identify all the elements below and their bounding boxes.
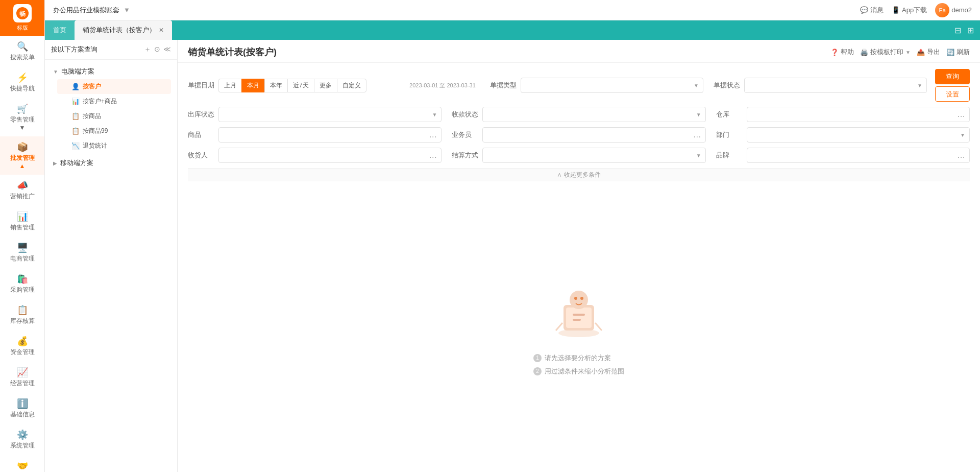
sidebar-item-marketing[interactable]: 📣 营销推广 — [0, 175, 44, 206]
goods-icon: 📋 — [71, 112, 80, 120]
outstatus-label: 出库状态 — [188, 110, 214, 119]
sidebar-item-system[interactable]: ⚙️ 系统管理 — [0, 424, 44, 455]
sidebar: 畅 标版 🔍 搜索菜单 ⚡ 快捷导航 🛒 零售管理 ▼ 📦 批发管理 ▲ 📣 营… — [0, 0, 45, 472]
docstatus-field: 单据状态 ▼ — [714, 78, 927, 93]
sidebar-item-label: 经营管理 — [10, 379, 35, 388]
query-row-3: 商品 … 业务员 … 部门 — [188, 127, 970, 143]
refresh-icon: 🔄 — [946, 49, 954, 56]
date-btn-custom[interactable]: 自定义 — [337, 79, 366, 92]
tip-item-1: 1 请先选择要分析的方案 — [533, 351, 624, 365]
user-menu[interactable]: Ea demo2 — [935, 3, 972, 17]
collapse-panel-icon[interactable]: ≪ — [163, 45, 171, 54]
brand-select[interactable]: … — [747, 148, 970, 163]
filter-item-label: 按商品 — [83, 112, 101, 121]
filter-item-return-stats[interactable]: 📉 退货统计 — [57, 138, 171, 153]
download-btn[interactable]: 📱 App下载 — [892, 6, 927, 15]
filter-item-by-customer-goods[interactable]: 📊 按客户+商品 — [57, 94, 171, 109]
sales-icon: 📊 — [17, 211, 28, 222]
query-buttons: 查询 设置 — [931, 69, 970, 102]
salesperson-select[interactable]: … — [482, 127, 705, 143]
filter-item-by-goods[interactable]: 📋 按商品 — [57, 109, 171, 124]
doctype-dropdown-arrow: ▼ — [694, 83, 699, 88]
user-name: demo2 — [951, 6, 972, 14]
customer-goods-icon: 📊 — [71, 98, 80, 105]
header-right: 💬 消息 📱 App下载 Ea demo2 — [860, 3, 972, 17]
refresh-btn[interactable]: 🔄 刷新 — [946, 48, 970, 57]
filter-item-by-goods99[interactable]: 📋 按商品99 — [57, 124, 171, 138]
sidebar-item-ecommerce[interactable]: 🖥️ 电商管理 — [0, 237, 44, 268]
system-icon: ⚙️ — [17, 429, 28, 440]
collapse-bar[interactable]: ∧ 收起更多条件 — [188, 168, 970, 181]
settlement-dropdown[interactable]: ▼ — [482, 148, 705, 163]
sidebar-item-cooperation[interactable]: 🤝 企业协同 — [0, 455, 44, 472]
paymentstatus-field: 收款状态 ▼ — [452, 107, 705, 122]
brand-dots-icon: … — [957, 151, 965, 160]
sidebar-item-sales[interactable]: 📊 销售管理 — [0, 206, 44, 237]
svg-point-6 — [574, 297, 577, 300]
sidebar-item-label: 零售管理 — [10, 115, 35, 124]
date-btn-more[interactable]: 更多 — [314, 79, 337, 92]
print-icon: 🖨️ — [860, 49, 868, 56]
outstatus-dropdown[interactable]: ▼ — [218, 107, 442, 122]
sidebar-item-operation[interactable]: 📈 经营管理 — [0, 362, 44, 393]
brand-field: 品牌 … — [716, 148, 970, 163]
doctype-dropdown[interactable]: ▼ — [521, 78, 703, 93]
receiver-select[interactable]: … — [218, 148, 442, 163]
retail-icon: 🛒 — [17, 103, 28, 114]
filter-group-desktop-header[interactable]: ▼ 电脑端方案 — [51, 64, 171, 79]
date-btn-last7days[interactable]: 近7天 — [287, 79, 314, 92]
paymentstatus-dropdown[interactable]: ▼ — [482, 107, 705, 122]
sidebar-item-search[interactable]: 🔍 搜索菜单 — [0, 36, 44, 67]
template-print-btn[interactable]: 🖨️ 按模板打印 ▼ — [860, 48, 911, 57]
search-icon: 🔍 — [17, 41, 28, 52]
sidebar-item-retail[interactable]: 🛒 零售管理 ▼ — [0, 98, 44, 136]
filter-item-label: 按商品99 — [83, 127, 108, 135]
sidebar-item-label: 基础信息 — [10, 410, 35, 419]
sidebar-item-label: 系统管理 — [10, 441, 35, 450]
docstatus-dropdown[interactable]: ▼ — [744, 78, 927, 93]
date-btn-thisyear[interactable]: 本年 — [264, 79, 287, 92]
help-btn[interactable]: ❓ 帮助 — [830, 48, 854, 57]
docstatus-label: 单据状态 — [714, 81, 740, 90]
sidebar-item-purchase[interactable]: 🛍️ 采购管理 — [0, 268, 44, 299]
sidebar-item-quicknav[interactable]: ⚡ 快捷导航 — [0, 67, 44, 98]
dropdown-arrow-icon[interactable]: ▼ — [124, 6, 130, 14]
export-btn[interactable]: 📤 导出 — [917, 48, 940, 57]
help-icon: ❓ — [830, 49, 839, 56]
goods-select[interactable]: … — [218, 127, 442, 143]
message-btn[interactable]: 💬 消息 — [860, 6, 884, 15]
settings-scheme-icon[interactable]: ⊙ — [154, 45, 160, 54]
tab-maximize-icon[interactable]: ⊞ — [965, 25, 976, 36]
page-title-bar: 销货单统计表(按客户) ❓ 帮助 🖨️ 按模板打印 ▼ 📤 — [178, 40, 980, 63]
tab-minimize-icon[interactable]: ⊟ — [952, 25, 963, 36]
marketing-icon: 📣 — [17, 180, 28, 191]
add-scheme-icon[interactable]: ＋ — [144, 45, 151, 54]
filter-group-mobile: ▶ 移动端方案 — [51, 155, 171, 171]
paymentstatus-dropdown-arrow: ▼ — [696, 112, 701, 117]
export-icon: 📤 — [917, 49, 925, 56]
empty-illustration — [548, 282, 609, 343]
salesperson-dots-icon: … — [693, 130, 701, 139]
tab-sales-stats[interactable]: 销货单统计表（按客户） ✕ — [75, 20, 172, 40]
warehouse-field: 仓库 … — [716, 107, 970, 122]
query-button[interactable]: 查询 — [935, 69, 970, 84]
sidebar-item-finance[interactable]: 💰 资金管理 — [0, 331, 44, 362]
sidebar-item-basic[interactable]: ℹ️ 基础信息 — [0, 393, 44, 424]
page-actions: ❓ 帮助 🖨️ 按模板打印 ▼ 📤 导出 � — [830, 48, 970, 57]
date-btn-lastmonth[interactable]: 上月 — [218, 79, 241, 92]
warehouse-select[interactable]: … — [747, 107, 970, 122]
department-dropdown[interactable]: ▼ — [747, 127, 970, 143]
tab-home[interactable]: 首页 — [45, 20, 75, 40]
filter-group-mobile-header[interactable]: ▶ 移动端方案 — [51, 155, 171, 171]
finance-icon: 💰 — [17, 336, 28, 347]
logo-icon: 畅 — [13, 4, 32, 22]
date-btn-thismonth[interactable]: 本月 — [241, 79, 264, 92]
sidebar-item-wholesale[interactable]: 📦 批发管理 ▲ — [0, 136, 44, 175]
tab-close-icon[interactable]: ✕ — [159, 27, 164, 34]
filter-item-by-customer[interactable]: 👤 按客户 — [57, 79, 171, 94]
goods-dots-icon: … — [429, 130, 437, 139]
goods99-icon: 📋 — [71, 127, 80, 135]
settings-button[interactable]: 设置 — [935, 86, 970, 102]
sidebar-item-inventory[interactable]: 📋 库存核算 — [0, 299, 44, 331]
page-title: 销货单统计表(按客户) — [188, 46, 277, 58]
